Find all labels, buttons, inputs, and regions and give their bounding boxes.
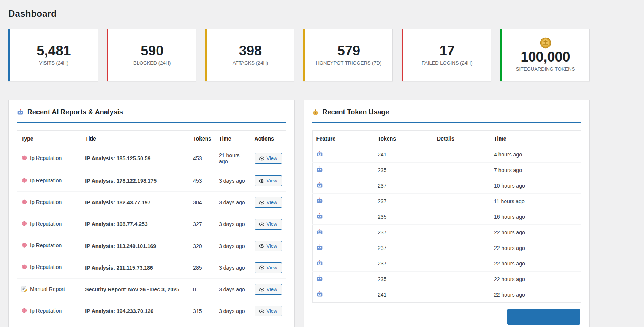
brain-icon — [21, 308, 27, 315]
report-row: Ip ReputationIP Analysis: 185.125.50.594… — [17, 147, 286, 170]
robot-icon — [316, 291, 323, 299]
report-row: Ip ReputationIP Analysis: 194.233.70.126… — [17, 300, 286, 322]
stat-label: FAILED LOGINS (24H) — [422, 60, 473, 67]
report-time: 3 days ago — [215, 170, 250, 192]
token-feature — [312, 240, 374, 256]
token-time: 7 hours ago — [490, 163, 581, 178]
ai-reports-table: TypeTitleTokensTimeActions Ip Reputation… — [17, 130, 286, 327]
stat-label: SITEGUARDING TOKENS — [516, 66, 575, 73]
stat-card: 17FAILED LOGINS (24H) — [402, 29, 491, 81]
column-header: Actions — [251, 131, 286, 147]
ai-reports-panel-title-text: Recent AI Reports & Analysis — [27, 108, 123, 116]
token-usage-row: 23722 hours ago — [312, 225, 581, 240]
token-count: 237 — [374, 178, 433, 194]
stat-card: 398ATTACKS (24H) — [205, 29, 295, 81]
view-button-label: View — [267, 308, 277, 314]
token-details — [433, 225, 490, 240]
robot-icon — [316, 260, 323, 267]
token-usage-row: 23710 hours ago — [312, 178, 581, 194]
eye-icon — [259, 156, 264, 161]
report-row: Ip ReputationIP Analysis: 108.77.4.25332… — [17, 213, 286, 235]
token-feature — [312, 225, 374, 240]
stat-value: 398 — [239, 43, 262, 58]
report-tokens: 0 — [189, 278, 215, 300]
brain-icon — [21, 155, 27, 162]
token-count: 235 — [374, 163, 433, 178]
report-row: Ip ReputationIP Analysis: 211.115.73.186… — [17, 257, 286, 278]
token-details — [433, 256, 490, 272]
stat-label: ATTACKS (24H) — [233, 60, 268, 67]
token-details — [433, 287, 490, 303]
report-time: 21 hours ago — [215, 147, 250, 170]
stat-label: HONEYPOT TRIGGERS (7D) — [316, 60, 381, 67]
view-button[interactable]: View — [255, 306, 282, 316]
report-type: Ip Reputation — [30, 177, 62, 183]
view-button[interactable]: View — [255, 241, 282, 251]
eye-icon — [259, 309, 264, 313]
token-usage-row: 23711 hours ago — [312, 194, 581, 209]
token-details — [433, 194, 490, 209]
report-type: Ip Reputation — [30, 199, 62, 205]
view-button[interactable]: View — [255, 153, 282, 164]
token-time: 4 hours ago — [490, 147, 581, 163]
view-button[interactable]: View — [255, 284, 282, 295]
report-tokens: 453 — [189, 170, 215, 192]
robot-icon — [316, 275, 323, 283]
report-tokens: 327 — [189, 213, 215, 235]
stat-value: 590 — [141, 43, 163, 58]
token-time: 11 hours ago — [490, 194, 581, 209]
dashboard-page: Dashboard 5,481VISITS (24H)590BLOCKED (2… — [0, 0, 590, 327]
stat-value: 5,481 — [36, 43, 71, 58]
token-feature — [312, 194, 374, 209]
eye-icon — [259, 201, 264, 205]
page-title: Dashboard — [8, 8, 590, 19]
report-time: 3 days ago — [215, 278, 250, 300]
token-count: 237 — [374, 194, 433, 209]
coin-icon — [540, 37, 551, 49]
report-type: Ip Reputation — [30, 155, 62, 161]
view-button[interactable]: View — [255, 197, 282, 208]
view-button[interactable]: View — [255, 219, 282, 229]
robot-icon — [316, 213, 323, 221]
token-time: 22 hours ago — [490, 272, 581, 287]
view-button-label: View — [267, 243, 277, 250]
report-row: IncidentInvestigation: BRUTE-FORCE-LOGIN… — [17, 322, 286, 327]
robot-icon — [316, 244, 323, 252]
token-time: 22 hours ago — [490, 287, 581, 303]
token-usage-table: FeatureTokensDetailsTime 2414 hours ago2… — [312, 130, 581, 303]
view-button-label: View — [267, 155, 277, 162]
eye-icon — [259, 265, 264, 270]
view-button[interactable]: View — [255, 175, 282, 186]
token-panel-footer-button[interactable] — [507, 309, 580, 325]
report-tokens: 320 — [189, 235, 215, 257]
token-details — [433, 272, 490, 287]
token-count: 237 — [374, 256, 433, 272]
column-header: Time — [215, 131, 250, 147]
token-usage-row: 23522 hours ago — [312, 272, 581, 287]
report-row: Ip ReputationIP Analysis: 113.249.101.16… — [17, 235, 286, 257]
report-type: Manual Report — [30, 286, 65, 292]
view-button[interactable]: View — [255, 262, 282, 273]
token-count: 237 — [374, 225, 433, 240]
stat-value: 579 — [337, 43, 360, 58]
report-type: Ip Reputation — [30, 242, 62, 248]
token-usage-table-head: FeatureTokensDetailsTime — [312, 131, 581, 147]
report-time: 3 days ago — [215, 300, 250, 322]
token-usage-table-body: 2414 hours ago2357 hours ago23710 hours … — [312, 147, 581, 303]
report-title: IP Analysis: 113.249.101.169 — [81, 235, 189, 257]
brain-icon — [21, 264, 27, 271]
token-details — [433, 163, 490, 178]
stat-value: 100,000 — [521, 49, 570, 65]
column-header: Type — [17, 131, 82, 147]
report-title: IP Analysis: 185.125.50.59 — [81, 147, 189, 170]
brain-icon — [21, 221, 27, 228]
token-feature — [312, 209, 374, 225]
token-usage-panel-title-text: Recent Token Usage — [323, 108, 389, 116]
ai-reports-table-head: TypeTitleTokensTimeActions — [17, 131, 286, 147]
column-header: Tokens — [189, 131, 215, 147]
view-button-label: View — [267, 199, 277, 206]
token-count: 235 — [374, 272, 433, 287]
token-feature — [312, 163, 374, 178]
stat-card: 5,481VISITS (24H) — [8, 29, 98, 81]
report-type: Ip Reputation — [30, 264, 62, 270]
